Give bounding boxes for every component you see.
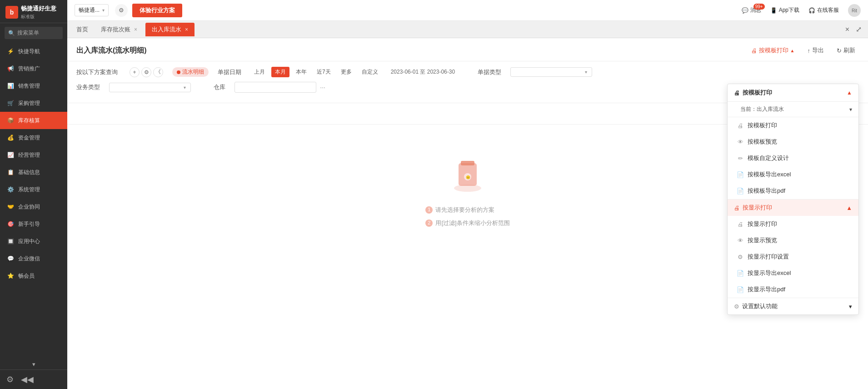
sidebar-item-finance[interactable]: 💰 资金管理 (0, 129, 67, 146)
industry-solution-button[interactable]: 体验行业方案 (132, 4, 182, 17)
printer-icon: 🖨 (751, 47, 757, 54)
sidebar-item-guide[interactable]: 🎯 新手引导 (0, 215, 67, 233)
dropdown-title: 🖨 按模板打印 (734, 89, 772, 97)
online-service-button[interactable]: 🎧 在线客服 (808, 6, 839, 14)
app-download-button[interactable]: 📱 App下载 (770, 6, 799, 14)
empty-hint-2: 2 用[过滤]条件来缩小分析范围 (425, 218, 509, 228)
refresh-button[interactable]: ↻ 刷新 (833, 45, 859, 56)
sidebar-bottom-actions: ⚙ ◀◀ (0, 369, 67, 389)
sidebar-item-shortcut[interactable]: ⚡ 快捷导航 (0, 43, 67, 60)
message-button[interactable]: 💬 消息 99+ (742, 6, 761, 14)
export-icon: ↑ (808, 47, 811, 54)
dropdown-item-display-preview[interactable]: 👁 按显示预览 (728, 232, 858, 249)
date-btn-this-month[interactable]: 本月 (271, 67, 289, 77)
date-btn-custom[interactable]: 自定义 (358, 67, 382, 77)
dropdown-close-arrow-icon[interactable]: ▲ (847, 90, 852, 96)
sidebar-item-system[interactable]: ⚙️ 系统管理 (0, 181, 67, 198)
business-type-select[interactable]: ▾ (109, 83, 191, 92)
content-area: 出入库流水(流水明细) 🖨 按模板打印 ▲ ↑ 导出 ↻ 刷新 (67, 38, 868, 389)
sidebar-item-wechat[interactable]: 💬 企业微信 (0, 250, 67, 267)
business-type-arrow-icon: ▾ (184, 85, 186, 90)
sidebar-logo: b 畅捷通好生意 标准版 (0, 0, 67, 23)
app-title: 畅捷通好生意 (21, 5, 56, 13)
search-icon: 🔍 (8, 30, 15, 36)
member-icon: ⭐ (6, 272, 15, 280)
settings-gear-button[interactable]: ⚙ (115, 4, 128, 17)
date-btn-this-year[interactable]: 本年 (292, 67, 310, 77)
sidebar-item-enterprise[interactable]: 🤝 企业协同 (0, 198, 67, 215)
sidebar-settings-button[interactable]: ⚙ (6, 374, 14, 384)
tab-batch-close-button[interactable]: × (134, 26, 137, 33)
dropdown-item-template-custom[interactable]: ✏ 模板自定义设计 (728, 150, 858, 166)
dropdown-item-display-print[interactable]: 🖨 按显示打印 (728, 216, 858, 232)
dropdown-item-template-pdf[interactable]: 📄 按模板导出pdf (728, 183, 858, 199)
dropdown-current-section[interactable]: 当前：出入库流水 ▾ (728, 102, 858, 117)
sidebar-item-sales[interactable]: 📊 销售管理 (0, 77, 67, 95)
footer-settings-icon: ⚙ (734, 303, 739, 310)
dropdown-item-template-print[interactable]: 🖨 按模板打印 (728, 117, 858, 134)
marketing-icon: 📢 (6, 65, 15, 73)
print-template-button[interactable]: 🖨 按模板打印 ▲ (748, 45, 798, 56)
user-chevron-icon: ▾ (102, 8, 105, 13)
filter-collapse-button[interactable]: 《 (153, 67, 163, 77)
filter-edit-button[interactable]: ⚙ (141, 67, 151, 77)
dropdown-item-display-print-settings[interactable]: ⚙ 按显示打印设置 (728, 249, 858, 265)
dropdown-display-section: 🖨 按显示打印 👁 按显示预览 ⚙ 按显示打印设置 📄 按显示导出excel 📄 (728, 216, 858, 298)
warehouse-input[interactable] (234, 82, 316, 93)
export-button[interactable]: ↑ 导出 (804, 45, 828, 56)
search-menu-button[interactable]: 🔍 搜索菜单 (5, 27, 63, 39)
date-btn-more[interactable]: 更多 (337, 67, 355, 77)
sidebar-scroll-down[interactable]: ▾ (0, 359, 67, 369)
avatar[interactable]: Rit (848, 4, 861, 17)
dropdown-header: 🖨 按模板打印 ▲ (728, 84, 858, 102)
warehouse-filter: ··· (234, 82, 325, 93)
headset-icon: 🎧 (808, 7, 815, 14)
enterprise-icon: 🤝 (6, 203, 15, 211)
sidebar-item-member[interactable]: ⭐ 畅会员 (0, 267, 67, 284)
user-name: 畅捷通... (79, 6, 100, 14)
fullscreen-button[interactable]: ⤢ (854, 24, 863, 35)
sidebar-item-inventory[interactable]: 📦 库存核算 (0, 112, 67, 129)
purchase-icon: 🛒 (6, 99, 15, 107)
inventory-icon: 📦 (6, 116, 15, 125)
sidebar-item-basic[interactable]: 📋 基础信息 (0, 164, 67, 181)
dropdown-item-template-preview[interactable]: 👁 按模板预览 (728, 134, 858, 150)
tab-home[interactable]: 首页 (72, 23, 93, 36)
tab-flow[interactable]: 出入库流水 × (145, 23, 195, 36)
date-range-display: 2023-06-01 至 2023-06-30 (391, 68, 455, 76)
dropdown-item-display-excel[interactable]: 📄 按显示导出excel (728, 265, 858, 281)
sidebar: b 畅捷通好生意 标准版 🔍 搜索菜单 ⚡ 快捷导航 📢 营销推广 📊 销售管理… (0, 0, 67, 389)
close-all-tabs-button[interactable]: × (843, 25, 851, 35)
empty-illustration: 😐 (445, 152, 490, 197)
filter-tag-dot (177, 70, 180, 74)
filter-active-tag[interactable]: 流水明细 (172, 67, 209, 77)
dropdown-display-section-header[interactable]: 🖨 按显示打印 ▲ (728, 199, 858, 216)
tab-batch-account[interactable]: 库存批次账 × (95, 23, 144, 36)
sidebar-item-marketing[interactable]: 📢 营销推广 (0, 60, 67, 77)
topbar-right-actions: 💬 消息 99+ 📱 App下载 🎧 在线客服 Rit (742, 4, 861, 17)
topbar: 畅捷通... ▾ ⚙ 体验行业方案 💬 消息 99+ 📱 App下载 🎧 在线客… (67, 0, 868, 21)
basic-icon: 📋 (6, 168, 15, 176)
dropdown-item-display-pdf[interactable]: 📄 按显示导出pdf (728, 281, 858, 298)
template-print-icon: 🖨 (737, 122, 744, 129)
template-custom-icon: ✏ (737, 155, 744, 162)
display-section-icon: 🖨 (734, 204, 740, 211)
tab-flow-close-button[interactable]: × (185, 26, 188, 33)
refresh-icon: ↻ (837, 47, 842, 54)
date-btn-7-days[interactable]: 近7天 (313, 67, 334, 77)
tab-bar: 首页 库存批次账 × 出入库流水 × × ⤢ (67, 21, 868, 38)
sidebar-item-operation[interactable]: 📈 经营管理 (0, 146, 67, 164)
dropdown-item-template-excel[interactable]: 📄 按模板导出excel (728, 166, 858, 183)
doc-type-select[interactable]: ▾ (510, 67, 592, 77)
sidebar-collapse-button[interactable]: ◀◀ (21, 374, 34, 384)
app-subtitle: 标准版 (21, 14, 56, 20)
print-chevron-up-icon: ▲ (790, 48, 795, 53)
warehouse-more-button[interactable]: ··· (320, 84, 325, 91)
sidebar-item-apps[interactable]: 🔲 应用中心 (0, 233, 67, 250)
filter-add-button[interactable]: + (130, 67, 140, 77)
user-selector[interactable]: 畅捷通... ▾ (75, 4, 109, 16)
sidebar-item-purchase[interactable]: 🛒 采购管理 (0, 95, 67, 112)
date-btn-last-month[interactable]: 上月 (250, 67, 269, 77)
empty-hints: 1 请先选择要分析的方案 2 用[过滤]条件来缩小分析范围 (425, 204, 509, 229)
dropdown-footer[interactable]: ⚙ 设置默认功能 ▾ (728, 298, 858, 314)
